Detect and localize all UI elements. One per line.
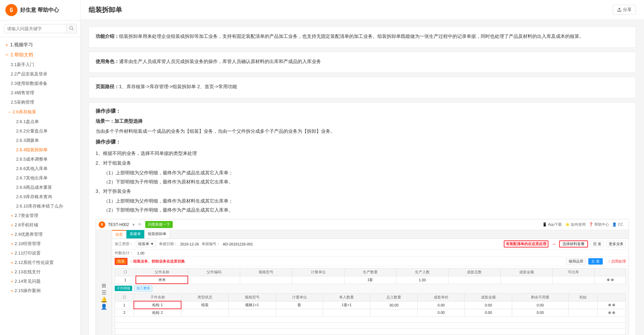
- screen-bot-row-1: 1 粒粒 1 组装 规格1+1 套 1套+1 30,00 0.00: [115, 301, 626, 309]
- screen-bot-col-type: 类型状态: [181, 294, 228, 301]
- page-title: 组装拆卸单: [89, 5, 122, 14]
- screen-bottom-table-header: 子件明细 加工费用: [115, 285, 626, 291]
- screen-bot-r2-tqty: [370, 309, 418, 317]
- sidebar-item-2-5[interactable]: 2.5采购管理: [0, 98, 80, 107]
- sidebar-item-2-15[interactable]: +2.15操作案例: [0, 286, 80, 295]
- sidebar-item-2-label: 2.帮助文档: [10, 52, 33, 58]
- screen-bot-col-unit: 计量单位: [276, 294, 323, 301]
- screen-bot-r1-init: [569, 301, 598, 309]
- screen-bot-col-action: [597, 294, 626, 301]
- screen-annotation3-text: ↑ 启用处理: [608, 259, 626, 264]
- screen-bot-r1-op: ⊕ ⊗: [597, 301, 626, 309]
- screen-bot-r1-tqty: 30,00: [370, 301, 418, 309]
- screen-icon-4: 👤: [101, 303, 107, 310]
- sidebar-item-2-6-9[interactable]: 2.6.9库存账本查询: [0, 192, 80, 202]
- sidebar-item-2-6-4[interactable]: 2.6.4组装拆卸单: [0, 145, 80, 155]
- screen-row1-unit: [292, 276, 344, 284]
- screen-count-value: 1.00: [137, 251, 144, 255]
- screen-new-btn: 闪图新建一下: [145, 221, 173, 228]
- sidebar-item-2-6-3[interactable]: 2.6.3调拨单: [0, 136, 80, 145]
- sidebar-item-2-14[interactable]: +2.14常见问题: [0, 277, 80, 286]
- screen-bot-row-3: [115, 317, 626, 323]
- path-text: 页面路径：1、库存核算->库存管理->组装拆卸单 2、首页->常用功能: [96, 82, 629, 91]
- screen-annotation1: 有装配清单的在这里处理: [504, 240, 548, 247]
- sidebar-item-2-6-8[interactable]: 2.6.8商品成本重算: [0, 183, 80, 192]
- screen-module-bar: ⊞ ☰ 🔔 👤 自页 新建单 组装拆卸单: [96, 230, 629, 335]
- screen-type-label: 加工类型：: [115, 241, 133, 246]
- sidebar-item-2-6-5[interactable]: 2.6.5成本调整单: [0, 155, 80, 164]
- screen-row1-amount: [500, 276, 552, 284]
- sidebar-item-2-4[interactable]: 2.4销售管理: [0, 88, 80, 98]
- screen-col-spec: 规格型号: [240, 269, 292, 276]
- sidebar-item-2-9[interactable]: +2.9优惠券管理: [0, 230, 80, 239]
- screen-topbar-id: TEST-H002: [108, 222, 129, 227]
- search-box: [0, 20, 80, 37]
- sidebar-item-2-10[interactable]: +2.10经营管理: [0, 239, 80, 248]
- screen-bot-r2-init: [569, 309, 598, 317]
- nav-list: + 1.视频学习 − 2.帮助文档 2.1新手入门 2.2产品安装及登录 2.3…: [0, 37, 80, 335]
- sidebar-item-2-8[interactable]: +2.8手机旺铺: [0, 220, 80, 230]
- share-button[interactable]: 分享: [613, 5, 636, 15]
- screen-confirm-btn: 完 发: [591, 241, 604, 247]
- screen-bot-r1-remain: 0.00: [512, 301, 569, 309]
- content-area: 功能介绍：组装拆卸单用来处理企业组装或拆卸等加工业务，支持有固定装配清单的产品加…: [80, 20, 644, 335]
- screen-save-btn: 立 发: [588, 258, 603, 265]
- screen-annotation2-row: 组装 ↑ 组装业务、拆卸业务在这里切换 领用品用 立 发 ↑ 启用处理: [112, 257, 629, 266]
- screen-teal-tab: 子件明细: [115, 286, 132, 291]
- sidebar-item-2-2[interactable]: 2.2产品安装及登录: [0, 69, 80, 79]
- screen-bot-row-5: [115, 329, 626, 335]
- screen-bot-col-unit-qty: 单入数量: [323, 294, 370, 301]
- sidebar-item-2-11[interactable]: +2.11打印设置: [0, 248, 80, 258]
- sidebar-item-2-6-6[interactable]: 2.6.6其他入库单: [0, 164, 80, 173]
- search-button[interactable]: [66, 24, 77, 34]
- screen-bot-col-spec: 规格型号: [228, 294, 276, 301]
- screenshot-container: 6 TEST-H002 ▼ ⟳ 闪图新建一下 📱 App下载 ⭐ 如何使用 ❓ …: [96, 219, 629, 335]
- screen-enable-input: 领用品用: [566, 258, 586, 265]
- screen-bottom-table: ☐ 子件名称 类型状态 规格型号 计量单位 单入数量 总入数量 成套单价: [115, 293, 626, 335]
- step1: 1、根据不同的业务，选择不同单据的类型来处理: [96, 149, 629, 158]
- sidebar-item-2-12[interactable]: +2.12系统个性化设置: [0, 258, 80, 267]
- sidebar-item-2-1[interactable]: 2.1新手入门: [0, 60, 80, 69]
- search-input[interactable]: [4, 24, 66, 33]
- sidebar-item-2-7[interactable]: +2.7资金管理: [0, 211, 80, 220]
- sidebar-item-2-3[interactable]: 2.3使用前数据准备: [0, 79, 80, 88]
- minus-icon-2-6: −: [8, 110, 11, 115]
- sidebar-item-2-6-10[interactable]: 2.6.10库存账本错了么办: [0, 202, 80, 211]
- sidebar-item-2-6-2[interactable]: 2.6.2分量盘点单: [0, 126, 80, 136]
- sidebar-item-1[interactable]: + 1.视频学习: [0, 40, 80, 50]
- screen-date-label: 单据日期：: [159, 241, 177, 246]
- screen-bot-r1-uprice: 0.00: [418, 301, 465, 309]
- sidebar: 6 好生意 帮助中心 + 1.视频学习 − 2.帮助文档 2.1新手入门 2.2…: [0, 0, 80, 335]
- screen-arrow1: →: [551, 241, 556, 247]
- sidebar-item-2-6-7[interactable]: 2.6.7其他出库单: [0, 173, 80, 183]
- screen-bot-r3-empty: [115, 317, 626, 323]
- screen-bot-r2-unit: [276, 309, 323, 317]
- scenario1-desc: 当由多个子件材料组装成一个成品的业务为【组装】业务，当由一个父件拆分成多个子产品…: [96, 127, 629, 135]
- screen-bot-col-initial: 初始: [569, 294, 598, 301]
- screen-tab-home: 自页: [112, 230, 126, 238]
- screen-tabs-row: 自页 新建单 组装拆卸单: [112, 230, 629, 239]
- screen-more-btn: 更多业务: [606, 241, 626, 247]
- screen-bottom-table-section: 子件明细 加工费用 ☐ 子件名称 类型状态: [112, 285, 629, 335]
- sidebar-item-2[interactable]: − 2.帮助文档: [0, 50, 80, 60]
- screen-logo-icon: 6: [99, 221, 105, 228]
- screen-bot-r1-name: 粒粒 1: [134, 301, 181, 309]
- screen-blue-tab: 加工费用: [134, 285, 152, 291]
- screen-col-qty: 生产数量: [344, 269, 396, 276]
- svg-point-0: [70, 26, 73, 30]
- screen-bot-r2-remain: 0.00: [512, 309, 569, 317]
- screen-type-select: 组装单 ▼: [136, 241, 156, 247]
- screen-main-panel: 自页 新建单 组装拆卸单 加工类型： 组装单 ▼ 单据日期： 2019-12-2…: [112, 230, 629, 335]
- screen-bot-col-name: 子件名称: [134, 294, 181, 301]
- sidebar-item-2-6[interactable]: − 2.6库存核算: [0, 107, 80, 117]
- svg-line-1: [72, 29, 74, 31]
- sidebar-item-2-13[interactable]: +2.13在线支付: [0, 267, 80, 277]
- screen-bot-r2-uqty: [323, 309, 370, 317]
- sidebar-item-2-6-1[interactable]: 2.6.1盘点单: [0, 117, 80, 126]
- screen-dropdown-icon: ▼: [132, 223, 136, 227]
- minus-icon: −: [5, 52, 8, 58]
- screen-bot-r1-unit: 套: [276, 301, 323, 309]
- screen-bot-r1-uqty: 1套+1: [323, 301, 370, 309]
- step2-sub2: （2）下部明细为子件明细，最终作为原材料生成其它出库单。: [96, 178, 629, 186]
- screen-row1-total: [448, 276, 500, 284]
